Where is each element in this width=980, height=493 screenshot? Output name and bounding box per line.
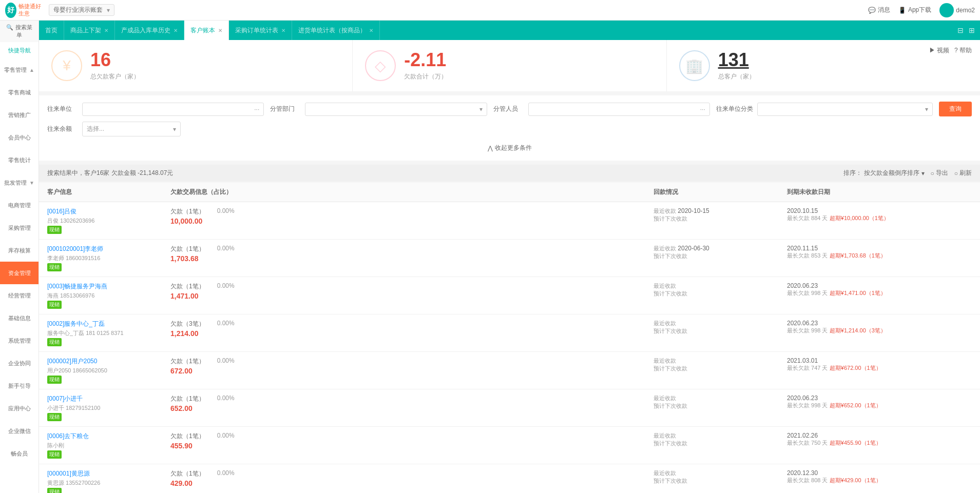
refresh-label: 刷新 [959, 169, 972, 178]
logo-text: 畅捷通好生意 [18, 3, 44, 16]
video-btn[interactable]: ▶ 视频 [929, 46, 949, 55]
close-tab-customer[interactable]: ✕ [218, 28, 222, 33]
close-tab-inbound[interactable]: ✕ [369, 28, 373, 33]
customer-name-6[interactable]: [0007]小进千 [47, 395, 170, 403]
help-icon: ? [954, 47, 958, 54]
sidebar-item-retail-mall[interactable]: 零售商城 [0, 81, 39, 104]
customer-name-2[interactable]: [0001020001]李老师 [47, 245, 170, 253]
sidebar-label-basic-info: 基础信息 [8, 314, 31, 322]
export-button[interactable]: ○ 导出 [931, 169, 948, 178]
return-next-1: 预计下次收款 [654, 215, 787, 223]
return-next-5: 预计下次收款 [654, 365, 787, 372]
filter-source-unit: 往来单位 ··· [47, 103, 264, 116]
overdue-days-3: 最长欠款 998 天 [787, 290, 828, 296]
sidebar-item-ecommerce[interactable]: 电商管理 [0, 194, 39, 216]
stat-card-top-actions: ▶ 视频 ? 帮助 [929, 46, 972, 55]
sidebar-item-basic-info[interactable]: 基础信息 [0, 307, 39, 329]
filter-balance: 往来余额 选择... ▾ [47, 122, 181, 136]
col-header-customer: 客户信息 [47, 188, 170, 196]
app-download-btn[interactable]: 📱 App下载 [898, 6, 931, 14]
overdue-days-1: 最长欠款 884 天 [787, 215, 828, 221]
close-tab-purchase[interactable]: ✕ [281, 28, 285, 33]
source-unit-input[interactable]: ··· [82, 103, 264, 116]
customer-name-8[interactable]: [000001]黄思源 [47, 469, 170, 478]
query-button[interactable]: 查询 [939, 102, 972, 116]
overdue-link-8[interactable]: 超期¥429.00（1笔） [830, 477, 881, 483]
help-btn[interactable]: ? 帮助 [954, 46, 972, 55]
sidebar-item-batch-mgmt[interactable]: 批发管理 ▼ [0, 171, 39, 194]
tab-customer-account[interactable]: 客户账本 ✕ [184, 21, 229, 40]
debt-percent-5: 0.00% [217, 357, 235, 364]
sidebar-item-enterprise[interactable]: 企业协同 [0, 352, 39, 374]
sidebar-item-corp-wechat[interactable]: 企业微信 [0, 420, 39, 442]
person-input[interactable]: ··· [528, 103, 710, 116]
filter-row-2: 往来余额 选择... ▾ [47, 122, 972, 136]
app-download-label: App下载 [908, 6, 931, 14]
refresh-button[interactable]: ○ 刷新 [954, 169, 972, 178]
sort-selector[interactable]: 排序： 按欠款金额倒序排序 ▾ [843, 169, 925, 178]
stat-card-debt-total: ◇ -2.11 欠款合计（万） [353, 40, 666, 91]
unit-class-select[interactable]: ▾ [757, 103, 933, 116]
sidebar-item-operations[interactable]: 经营管理 [0, 284, 39, 307]
overdue-link-7[interactable]: 超期¥455.90（1笔） [830, 440, 881, 446]
sidebar-item-retail-mgmt[interactable]: 零售管理 ▲ [0, 58, 39, 81]
overdue-link-4[interactable]: 超期¥1,214.00（3笔） [830, 327, 886, 333]
table-row: [000002]用户2050 用户2050 18665062050 现销 欠款（… [39, 352, 980, 389]
debt-info-6: 欠款（1笔） 652.00 0.00% [170, 395, 654, 413]
search-menu-label: 搜索菜单 [15, 24, 32, 38]
sidebar-item-guide[interactable]: 新手引导 [0, 374, 39, 397]
store-selector[interactable]: 母婴行业演示账套 ▾ [49, 4, 114, 16]
sidebar-item-quick-nav: 快捷导航 [0, 42, 39, 58]
table-row: [0016]吕俊 吕俊 13026203696 现销 欠款（1笔） 10,000… [39, 202, 980, 240]
tab-products-off[interactable]: 商品上下架 ✕ [64, 21, 115, 40]
user-menu[interactable]: demo2 [939, 3, 975, 17]
main-content: ¥ 16 总欠款客户（家） ◇ -2.11 欠款合计（万） 🏢 [39, 40, 980, 493]
search-menu-btn[interactable]: 🔍 搜索菜单 [0, 21, 39, 42]
overdue-date-8: 2020.12.30 [787, 469, 972, 477]
sidebar-item-app-center[interactable]: 应用中心 [0, 397, 39, 420]
sidebar-item-retail-stats[interactable]: 零售统计 [0, 149, 39, 171]
col-header-return: 回款情况 [654, 188, 787, 196]
customer-name-7[interactable]: [0006]去下粮仓 [47, 432, 170, 441]
debt-amount-4: 1,214.00 [170, 329, 205, 338]
overdue-link-6[interactable]: 超期¥652.00（1笔） [830, 402, 881, 408]
overdue-link-2[interactable]: 超期¥1,703.68（1笔） [830, 252, 886, 259]
tab-minimize-icon[interactable]: ⊟ [956, 25, 965, 35]
customer-tag-6: 现销 [47, 413, 62, 421]
sidebar-item-purchase[interactable]: 采购管理 [0, 216, 39, 239]
close-tab-production[interactable]: ✕ [174, 28, 178, 33]
tab-inbound-stats[interactable]: 进货单统计表（按商品） ✕ [292, 21, 380, 40]
sidebar-item-member[interactable]: 会员中心 [0, 126, 39, 149]
tab-maximize-icon[interactable]: ⊞ [968, 25, 976, 35]
messages-label: 消息 [878, 6, 890, 14]
customer-name-1[interactable]: [0016]吕俊 [47, 207, 170, 216]
debt-count-5: 欠款（1笔） [170, 357, 205, 366]
messages-btn[interactable]: 💬 消息 [868, 6, 890, 14]
overdue-link-3[interactable]: 超期¥1,471.00（1笔） [830, 290, 886, 296]
sidebar-item-finance[interactable]: 资金管理 [0, 262, 39, 284]
sidebar-item-system[interactable]: 系统管理 [0, 329, 39, 352]
tab-production-history[interactable]: 产成品入库单历史 ✕ [115, 21, 184, 40]
customer-name-4[interactable]: [0002]服务中心_丁磊 [47, 320, 170, 328]
sidebar-label-system: 系统管理 [8, 337, 31, 345]
overdue-info-4: 2020.06.23 最长欠款 998 天 超期¥1,214.00（3笔） [787, 320, 972, 334]
balance-select[interactable]: 选择... ▾ [82, 122, 181, 136]
sidebar-item-vip[interactable]: 畅会员 [0, 442, 39, 465]
sidebar-label-enterprise: 企业协同 [8, 360, 31, 367]
tab-purchase-order[interactable]: 采购订单统计表 ✕ [229, 21, 292, 40]
debt-count-7: 欠款（1笔） [170, 432, 205, 441]
avatar [939, 3, 954, 17]
tab-home[interactable]: 首页 [39, 21, 64, 40]
overdue-date-2: 2020.11.15 [787, 245, 972, 252]
debt-info-7: 欠款（1笔） 455.90 0.00% [170, 432, 654, 451]
customer-tag-5: 现销 [47, 376, 62, 384]
collapse-filters-btn[interactable]: ⋀ 收起更多条件 [47, 142, 972, 154]
close-tab-products-off[interactable]: ✕ [104, 28, 108, 33]
overdue-link-1[interactable]: 超期¥10,000.00（1笔） [830, 215, 889, 221]
sidebar-item-warehouse[interactable]: 库存核算 [0, 239, 39, 262]
customer-name-5[interactable]: [000002]用户2050 [47, 357, 170, 366]
sidebar-item-marketing[interactable]: 营销推广 [0, 104, 39, 126]
customer-name-3[interactable]: [0003]畅捷服务尹海燕 [47, 282, 170, 291]
overdue-link-5[interactable]: 超期¥672.00（1笔） [830, 365, 881, 371]
dept-select[interactable]: ▾ [305, 103, 487, 116]
